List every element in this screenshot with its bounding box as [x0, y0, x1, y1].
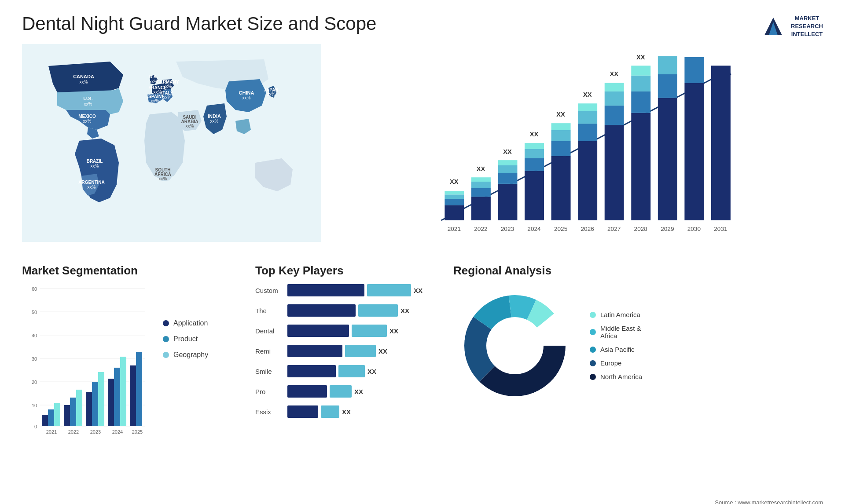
- legend-product: Product: [163, 335, 208, 343]
- svg-text:U.S.: U.S.: [83, 96, 92, 101]
- player-row-pro: Pro XX: [255, 385, 436, 398]
- svg-rect-43: [471, 197, 491, 220]
- application-label: Application: [173, 319, 208, 327]
- player-xx: XX: [378, 347, 387, 355]
- svg-rect-56: [525, 158, 544, 171]
- logo: MARKET RESEARCH INTELLECT: [760, 13, 823, 40]
- svg-text:2025: 2025: [132, 429, 143, 434]
- players-area: Top Key Players Custom XX The XX Dental: [242, 264, 436, 493]
- reg-legend-asia: Asia Pacific: [590, 346, 642, 353]
- svg-rect-62: [551, 141, 571, 156]
- svg-rect-92: [711, 66, 731, 220]
- mea-dot: [590, 329, 596, 335]
- svg-text:40: 40: [32, 333, 37, 338]
- svg-text:2027: 2027: [607, 226, 621, 232]
- player-name-custom: Custom: [255, 287, 284, 294]
- svg-rect-40: [445, 191, 464, 195]
- player-name-smile: Smile: [255, 368, 284, 375]
- player-xx: XX: [400, 307, 409, 314]
- logo-text: MARKET RESEARCH INTELLECT: [791, 15, 823, 39]
- svg-text:xx%: xx%: [186, 124, 194, 128]
- player-xx: XX: [389, 327, 398, 335]
- regional-legend: Latin America Middle East &Africa Asia P…: [590, 311, 642, 380]
- geography-dot: [163, 352, 169, 358]
- svg-text:2023: 2023: [90, 429, 101, 434]
- svg-text:xx%: xx%: [91, 164, 99, 168]
- svg-text:20: 20: [32, 380, 37, 385]
- svg-rect-112: [70, 398, 76, 426]
- svg-text:2026: 2026: [580, 226, 594, 232]
- top-section: CANADA xx% U.S. xx% MEXICO xx% BRAZIL xx…: [0, 44, 845, 255]
- legend-application: Application: [163, 319, 208, 327]
- svg-rect-74: [605, 106, 624, 125]
- player-row-dental: Dental XX: [255, 325, 436, 337]
- svg-rect-120: [130, 365, 136, 426]
- svg-rect-55: [525, 171, 544, 220]
- svg-text:ARGENTINA: ARGENTINA: [78, 180, 104, 185]
- svg-rect-81: [631, 76, 650, 91]
- svg-rect-52: [498, 160, 517, 165]
- application-dot: [163, 320, 169, 326]
- svg-rect-73: [605, 125, 624, 220]
- mea-label: Middle East &Africa: [600, 325, 641, 340]
- player-name-remi: Remi: [255, 347, 284, 355]
- segmentation-legend: Application Product Geography: [163, 284, 208, 359]
- svg-text:2022: 2022: [68, 429, 79, 434]
- donut-wrap: Latin America Middle East &Africa Asia P…: [453, 284, 823, 407]
- svg-rect-75: [605, 91, 624, 106]
- svg-text:xx%: xx%: [88, 185, 96, 190]
- player-row-essix: Essix XX: [255, 405, 436, 418]
- regional-area: Regional Analysis Latin Ame: [436, 264, 823, 493]
- player-bar-dark: [287, 385, 327, 398]
- svg-text:xx%: xx%: [159, 176, 167, 181]
- bar-chart-area: XX 2021 XX 2022 XX 2023 XX 2024: [339, 44, 823, 255]
- svg-text:2025: 2025: [554, 226, 568, 232]
- svg-rect-86: [658, 74, 677, 98]
- player-name-essix: Essix: [255, 408, 284, 416]
- players-title: Top Key Players: [255, 264, 436, 278]
- growth-chart-svg: XX 2021 XX 2022 XX 2023 XX 2024: [339, 53, 823, 237]
- svg-text:60: 60: [32, 286, 37, 292]
- player-bar-dark: [287, 365, 336, 377]
- latin-america-label: Latin America: [600, 311, 640, 318]
- svg-rect-87: [658, 56, 677, 74]
- player-bar-wrap: XX: [287, 345, 387, 357]
- map-area: CANADA xx% U.S. xx% MEXICO xx% BRAZIL xx…: [22, 44, 321, 255]
- north-america-dot: [590, 374, 596, 380]
- europe-dot: [590, 360, 596, 366]
- player-bar-light: [367, 284, 411, 296]
- player-bar-dark: [287, 284, 364, 296]
- svg-text:2028: 2028: [634, 226, 647, 232]
- svg-text:xx%: xx%: [84, 102, 92, 106]
- svg-rect-110: [54, 403, 60, 426]
- svg-text:XX: XX: [477, 165, 485, 172]
- svg-text:2021: 2021: [46, 429, 57, 434]
- latin-america-dot: [590, 312, 596, 318]
- svg-rect-111: [64, 405, 70, 426]
- reg-legend-mea: Middle East &Africa: [590, 325, 642, 340]
- svg-rect-79: [631, 113, 650, 220]
- svg-text:XX: XX: [450, 178, 459, 185]
- svg-rect-109: [48, 409, 54, 426]
- donut-chart-svg: [453, 284, 577, 407]
- player-bar-wrap: XX: [287, 405, 351, 418]
- player-bar-dark: [287, 405, 318, 418]
- svg-text:10: 10: [32, 403, 37, 408]
- svg-rect-70: [578, 103, 597, 111]
- svg-rect-89: [684, 83, 704, 220]
- svg-point-133: [489, 319, 541, 372]
- svg-rect-46: [471, 177, 491, 182]
- svg-rect-58: [525, 143, 544, 149]
- player-row-the: The XX: [255, 304, 436, 317]
- player-name-the: The: [255, 307, 284, 314]
- player-bar-wrap: XX: [287, 385, 363, 398]
- svg-text:50: 50: [32, 310, 37, 315]
- svg-rect-63: [551, 130, 571, 141]
- header: Dental Night Guard Market Size and Scope…: [0, 0, 845, 44]
- svg-rect-44: [471, 188, 491, 197]
- svg-text:xx%: xx%: [164, 84, 172, 89]
- svg-rect-115: [92, 382, 98, 426]
- player-row-remi: Remi XX: [255, 345, 436, 357]
- player-bar-light: [345, 345, 376, 357]
- player-bar-wrap: XX: [287, 284, 422, 296]
